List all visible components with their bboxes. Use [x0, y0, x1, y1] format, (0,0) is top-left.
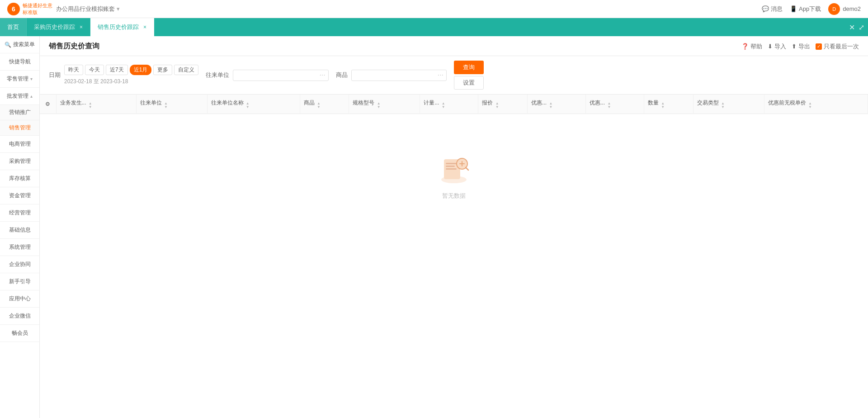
th-goods[interactable]: 商品 ▲▼	[300, 95, 349, 114]
th-partner-name[interactable]: 往来单位名称 ▲▼	[207, 95, 300, 114]
marketing-label: 营销推广	[9, 109, 31, 115]
sidebar-item-finance[interactable]: 资金管理	[0, 187, 39, 204]
th-quoted[interactable]: 报价 ▲▼	[478, 95, 528, 114]
action-buttons: 查询 设置	[454, 61, 484, 90]
date-btn-1month[interactable]: 近1月	[130, 65, 152, 75]
search-icon: 🔍	[5, 42, 11, 48]
sales-tab-close[interactable]: ×	[143, 24, 146, 30]
sidebar-item-wholesale[interactable]: 批发管理 ▴	[0, 88, 39, 105]
content-area: 销售历史价查询 ❓ 帮助 ⬇ 导入 ⬆ 导出 ✓	[40, 36, 868, 418]
tab-bar: 首页 采购历史价跟踪 × 销售历史价跟踪 × ✕ ⤢	[0, 18, 868, 36]
th-discount2[interactable]: 优惠... ▲▼	[586, 95, 644, 114]
date-label: 日期	[49, 71, 61, 79]
th-spec[interactable]: 规格型号 ▲▼	[349, 95, 420, 114]
tab-sales[interactable]: 销售历史价跟踪 ×	[90, 18, 154, 36]
tab-bar-actions: ✕ ⤢	[849, 23, 868, 32]
partner-filter-group: 往来单位 ···	[206, 70, 328, 81]
logo-subtitle: 标准版	[23, 9, 52, 15]
sidebar-item-retail[interactable]: 零售管理 ▾	[0, 71, 39, 88]
wechat-label: 企业微信	[9, 312, 31, 320]
sidebar-item-ecommerce[interactable]: 电商管理	[0, 136, 39, 153]
home-tab-label: 首页	[7, 23, 19, 31]
dropdown-icon[interactable]: ▾	[117, 5, 120, 12]
sidebar-sub-item-sales[interactable]: 销售管理	[0, 120, 39, 136]
th-settings[interactable]: ⚙	[40, 95, 56, 114]
member-label: 畅会员	[12, 329, 28, 337]
partner-input[interactable]	[233, 70, 316, 81]
svg-line-8	[466, 167, 468, 170]
retail-arrow-icon: ▾	[30, 76, 33, 81]
date-btn-custom[interactable]: 自定义	[174, 65, 198, 75]
last-only-checkbox[interactable]: ✓	[816, 43, 822, 50]
date-btn-today[interactable]: 今天	[85, 65, 104, 75]
th-qty-label: 数量	[648, 100, 659, 106]
th-pretax[interactable]: 优惠前无税单价 ▲▼	[764, 95, 868, 114]
sidebar-item-member[interactable]: 畅会员	[0, 325, 39, 342]
page-title-row: 销售历史价查询 ❓ 帮助 ⬇ 导入 ⬆ 导出 ✓	[49, 42, 859, 51]
import-btn[interactable]: ⬇ 导入	[768, 43, 786, 51]
sidebar-item-inventory[interactable]: 库存核算	[0, 170, 39, 187]
sidebar-sub-item-marketing[interactable]: 营销推广	[0, 105, 39, 120]
table-container: ⚙ 业务发生... ▲▼ 往来单位 ▲▼ 往来单位名称 ▲▼	[40, 95, 868, 418]
purchase-label: 采购管理	[9, 157, 31, 165]
enterprise-label: 企业协同	[9, 261, 31, 268]
th-goods-label: 商品	[304, 100, 315, 106]
top-bar: 6 畅捷通好生意 标准版 办公用品行业模拟账套 ▾ 💬 消息 📱 App下载 D…	[0, 0, 868, 18]
gear-icon[interactable]: ⚙	[45, 101, 50, 107]
help-label: 帮助	[750, 43, 762, 51]
sidebar-item-enterprise[interactable]: 企业协同	[0, 256, 39, 273]
date-btn-7days[interactable]: 近7天	[106, 65, 128, 75]
sidebar-item-operation[interactable]: 经营管理	[0, 204, 39, 222]
date-btn-yesterday[interactable]: 昨天	[64, 65, 83, 75]
th-biz-date-label: 业务发生...	[60, 100, 86, 106]
empty-text: 暂无数据	[442, 192, 466, 200]
tab-purchase[interactable]: 采购历史价跟踪 ×	[27, 18, 90, 36]
user-area[interactable]: D demo2	[828, 3, 861, 15]
last-only-wrap[interactable]: ✓ 只看最后一次	[816, 43, 859, 51]
sidebar-item-appstore[interactable]: 应用中心	[0, 290, 39, 308]
app-download-btn[interactable]: 📱 App下载	[790, 5, 821, 13]
th-trade-type[interactable]: 交易类型 ▲▼	[693, 95, 764, 114]
export-icon: ⬆	[792, 43, 797, 50]
sidebar-item-newbie[interactable]: 新手引导	[0, 273, 39, 290]
help-btn[interactable]: ❓ 帮助	[741, 43, 762, 51]
message-btn[interactable]: 💬 消息	[762, 5, 783, 13]
export-label: 导出	[798, 43, 810, 51]
th-qty[interactable]: 数量 ▲▼	[644, 95, 693, 114]
sidebar-item-system[interactable]: 系统管理	[0, 239, 39, 256]
app-title[interactable]: 办公用品行业模拟账套 ▾	[56, 5, 120, 13]
table-header-row: ⚙ 业务发生... ▲▼ 往来单位 ▲▼ 往来单位名称 ▲▼	[40, 95, 868, 114]
th-biz-date[interactable]: 业务发生... ▲▼	[56, 95, 136, 114]
svg-rect-4	[446, 168, 457, 170]
sort-arrows-discount1: ▲▼	[549, 102, 552, 109]
phone-icon: 📱	[790, 5, 797, 12]
goods-input[interactable]	[352, 70, 435, 81]
sort-arrows-qty: ▲▼	[661, 102, 665, 109]
sidebar-item-purchase[interactable]: 采购管理	[0, 153, 39, 170]
export-btn[interactable]: ⬆ 导出	[792, 43, 810, 51]
sidebar-item-basic[interactable]: 基础信息	[0, 222, 39, 239]
logo-area: 6 畅捷通好生意 标准版	[7, 2, 52, 15]
top-bar-left: 6 畅捷通好生意 标准版 办公用品行业模拟账套 ▾	[7, 2, 120, 15]
th-unit[interactable]: 计量... ▲▼	[420, 95, 478, 114]
sort-arrows-trade: ▲▼	[721, 102, 725, 109]
purchase-tab-close[interactable]: ×	[80, 24, 83, 30]
goods-dots-icon[interactable]: ···	[435, 71, 446, 79]
data-table: ⚙ 业务发生... ▲▼ 往来单位 ▲▼ 往来单位名称 ▲▼	[40, 95, 868, 114]
tab-expand-btn[interactable]: ⤢	[859, 23, 864, 32]
partner-dots-icon[interactable]: ···	[316, 71, 328, 79]
inventory-label: 库存核算	[9, 175, 31, 182]
tab-home[interactable]: 首页	[0, 18, 27, 36]
query-button[interactable]: 查询	[454, 61, 484, 74]
tab-close-all-btn[interactable]: ✕	[849, 23, 855, 32]
date-btn-more[interactable]: 更多	[153, 65, 172, 75]
wholesale-arrow-icon: ▴	[30, 94, 33, 99]
wholesale-label: 批发管理	[7, 92, 28, 100]
sidebar-item-search[interactable]: 🔍 搜索菜单	[0, 36, 39, 53]
th-discount1[interactable]: 优惠... ▲▼	[528, 95, 586, 114]
sidebar-item-shortcut[interactable]: 快捷导航	[0, 53, 39, 71]
sidebar-item-wechat[interactable]: 企业微信	[0, 308, 39, 325]
message-label: 消息	[771, 5, 783, 13]
settings-button[interactable]: 设置	[454, 76, 484, 90]
th-partner-code[interactable]: 往来单位 ▲▼	[136, 95, 207, 114]
